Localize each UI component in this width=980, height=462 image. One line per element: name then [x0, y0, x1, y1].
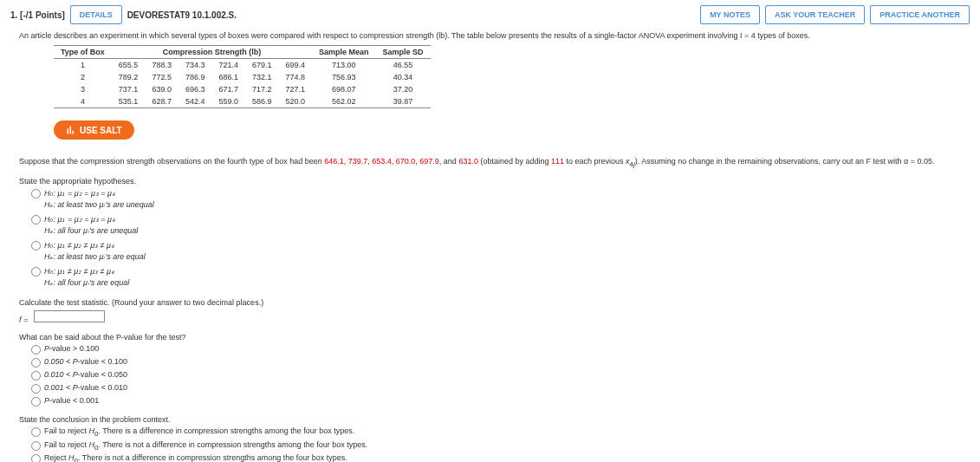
radio-icon [31, 215, 41, 224]
radio-icon [31, 345, 41, 355]
hypothesis-option[interactable]: H₀: μ₁ = μ₂ = μ₃ = μ₄Hₐ: all four μᵢ's a… [31, 214, 970, 238]
pvalue-title: What can be said about the P-value for t… [19, 333, 970, 342]
radio-icon [31, 189, 41, 198]
pvalue-option[interactable]: 0.050 < P-value < 0.100 [31, 357, 970, 368]
table-row: 4535.1628.7542.4559.0586.9520.0562.0239.… [54, 95, 431, 108]
hypothesis-option[interactable]: H₀: μ₁ ≠ μ₂ ≠ μ₃ ≠ μ₄Hₐ: at least two μᵢ… [31, 240, 970, 264]
pvalue-option[interactable]: 0.001 < P-value < 0.010 [31, 383, 970, 394]
table-row: 1655.5788.3734.3721.4679.1699.4713.0046.… [54, 59, 431, 72]
intro-text: An article describes an experiment in wh… [19, 31, 970, 40]
f-label: f = [19, 316, 28, 324]
radio-icon [31, 267, 41, 277]
use-salt-button[interactable]: USE SALT [54, 120, 134, 140]
pvalue-option[interactable]: 0.010 < P-value < 0.050 [31, 370, 970, 381]
radio-icon [31, 358, 41, 368]
table-row: 3737.1639.0696.3671.7717.2727.1698.0737.… [54, 83, 431, 95]
practice-another-button[interactable]: PRACTICE ANOTHER [870, 5, 970, 24]
suppose-text: Suppose that the compression strength ob… [19, 157, 970, 168]
source-label: DEVORESTAT9 10.1.002.S. [127, 10, 237, 20]
pvalue-option[interactable]: P-value < 0.001 [31, 396, 970, 407]
points-label: 1. [-/1 Points] [10, 10, 65, 20]
f-input[interactable] [34, 310, 105, 322]
calc-title: Calculate the test statistic. (Round you… [19, 298, 970, 307]
radio-icon [31, 397, 41, 407]
conclusion-title: State the conclusion in the problem cont… [19, 415, 970, 424]
conclusion-option[interactable]: Fail to reject H0. There is a difference… [31, 426, 970, 438]
radio-icon [31, 241, 41, 251]
my-notes-button[interactable]: MY NOTES [700, 5, 760, 24]
hypotheses-title: State the appropriate hypotheses. [19, 177, 970, 185]
details-button[interactable]: DETAILS [70, 5, 122, 24]
ask-teacher-button[interactable]: ASK YOUR TEACHER [765, 5, 865, 24]
radio-icon [31, 427, 41, 437]
table-row: 2789.2772.5786.9686.1732.1774.8756.9340.… [54, 71, 431, 83]
conclusion-option[interactable]: Reject H0. There is not a difference in … [31, 453, 970, 462]
conclusion-option[interactable]: Fail to reject H0. There is not a differ… [31, 440, 970, 452]
radio-icon [31, 441, 41, 451]
hypothesis-option[interactable]: H₀: μ₁ = μ₂ = μ₃ = μ₄Hₐ: at least two μᵢ… [31, 188, 970, 211]
radio-icon [31, 371, 41, 381]
radio-icon [31, 384, 41, 394]
data-table: Type of Box Compression Strength (lb) Sa… [54, 45, 431, 108]
pvalue-option[interactable]: P-value > 0.100 [31, 344, 970, 355]
hypothesis-option[interactable]: H₀: μ₁ ≠ μ₂ ≠ μ₃ ≠ μ₄Hₐ: all four μᵢ's a… [31, 266, 970, 290]
radio-icon [31, 454, 41, 462]
chart-icon [66, 125, 76, 135]
